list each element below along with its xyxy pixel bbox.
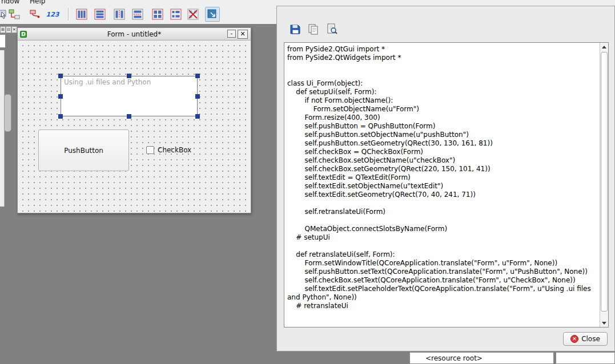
selection-handle-bottom-left[interactable] — [58, 114, 63, 119]
scroll-up-arrow-icon — [602, 46, 606, 48]
dock-float-button[interactable]: ⊟ — [6, 26, 11, 33]
selection-handle-bottom-right[interactable] — [195, 114, 200, 119]
form-minimize-button[interactable]: - — [227, 30, 236, 38]
lay-out-horizontally-in-splitter-button[interactable] — [112, 7, 127, 22]
copy-code-button[interactable] — [306, 22, 321, 37]
lay-out-in-form-layout-icon — [170, 8, 182, 21]
form-close-button[interactable]: ✕ — [238, 30, 248, 39]
lay-out-vertically-button[interactable] — [93, 7, 107, 22]
lay-out-horizontally-button[interactable] — [74, 7, 89, 22]
edit-tab-order-icon: 123 — [46, 11, 59, 18]
find-document-icon — [326, 23, 339, 35]
widget-filter-input[interactable] — [0, 34, 6, 48]
selection-handle-middle-left[interactable] — [58, 94, 63, 99]
checkbox-label: CheckBox — [158, 146, 191, 154]
edit-buddies-button[interactable] — [28, 7, 43, 22]
save-code-button[interactable] — [288, 22, 303, 37]
scrollbar-thumb[interactable] — [601, 52, 608, 312]
textedit-widget[interactable]: Using .ui files and Python — [61, 76, 198, 116]
toolbar-separator — [68, 8, 69, 21]
lay-out-vertically-in-splitter-icon — [131, 8, 144, 21]
form-window-titlebar[interactable]: D Form - untitled* - ✕ — [18, 28, 251, 41]
lay-out-vertically-icon — [94, 8, 106, 21]
code-vertical-scrollbar[interactable] — [600, 43, 608, 327]
dialog-close-button[interactable]: ✕ Close — [563, 332, 608, 346]
view-python-code-dialog: from PySide2.QtGui import * from PySide2… — [276, 6, 615, 351]
edit-tab-order-button[interactable]: 123 — [45, 7, 60, 22]
break-layout-icon — [187, 8, 199, 21]
resource-browser-panel-right — [556, 352, 615, 364]
resource-browser-panel: <resource root> — [409, 352, 554, 364]
widget-box-scrollbar-thumb[interactable] — [4, 94, 11, 132]
adjust-size-icon — [206, 8, 219, 21]
form-window-title: Form - untitled* — [18, 30, 251, 38]
dock-restore-button[interactable]: ⊞ — [0, 26, 6, 33]
checkbox-indicator[interactable] — [146, 146, 154, 154]
selection-handle-top-left[interactable] — [58, 74, 63, 78]
find-in-code-button[interactable] — [325, 22, 340, 37]
scroll-down-arrow-icon — [602, 322, 606, 325]
lay-out-in-grid-button[interactable] — [150, 7, 165, 22]
selection-handle-bottom-center[interactable] — [127, 114, 131, 119]
lay-out-horizontally-in-splitter-icon — [113, 8, 126, 21]
scroll-up-button[interactable] — [600, 43, 608, 51]
adjust-size-button[interactable] — [205, 7, 220, 22]
selection-handle-top-right[interactable] — [195, 74, 200, 78]
close-x-icon: ✕ — [570, 335, 578, 343]
lay-out-in-form-layout-button[interactable] — [168, 7, 183, 22]
pushbutton-widget[interactable]: PushButton — [38, 130, 129, 171]
generated-python-code: from PySide2.QtGui import * from PySide2… — [284, 43, 599, 327]
break-layout-button[interactable] — [186, 7, 200, 22]
resource-root-item[interactable]: <resource root> — [425, 354, 483, 362]
qt-designer-screen: ndow Help 123 — [0, 0, 615, 364]
lay-out-vertically-in-splitter-button[interactable] — [130, 7, 145, 22]
copy-icon — [307, 23, 320, 35]
edit-signals-slots-icon — [8, 8, 21, 21]
close-button-label: Close — [581, 335, 600, 343]
edit-signals-slots-button[interactable] — [7, 7, 22, 22]
scroll-down-button[interactable] — [600, 319, 608, 327]
save-icon — [289, 23, 302, 35]
selection-handle-middle-right[interactable] — [195, 94, 200, 99]
form-designer-window: D Form - untitled* - ✕ Using .ui files a… — [17, 27, 251, 213]
code-text-area[interactable]: from PySide2.QtGui import * from PySide2… — [284, 42, 609, 327]
dock-close-button[interactable]: ✕ — [11, 26, 17, 33]
menu-window[interactable]: ndow — [1, 0, 19, 5]
menubar: ndow Help — [0, 0, 276, 6]
menu-help[interactable]: Help — [30, 0, 45, 5]
edit-buddies-icon — [29, 8, 42, 21]
checkbox-widget[interactable]: CheckBox — [146, 145, 191, 155]
lay-out-in-grid-icon — [151, 8, 164, 21]
lay-out-horizontally-icon — [75, 8, 88, 21]
form-canvas[interactable]: Using .ui files and Python PushButton Ch… — [18, 41, 251, 213]
selection-handle-top-center[interactable] — [127, 74, 131, 78]
